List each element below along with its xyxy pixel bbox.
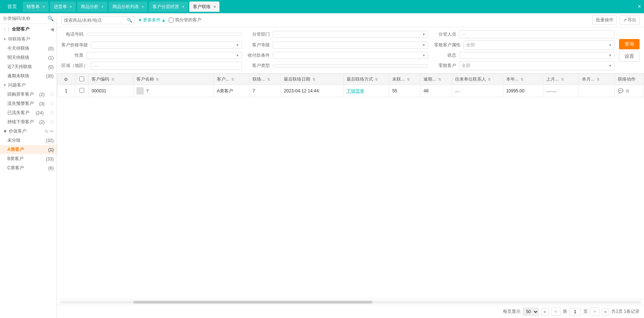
value-group-header[interactable]: ▼ 价值客户 ↻ ✏ bbox=[0, 127, 57, 136]
batch-ops-button[interactable]: 批量操作 bbox=[593, 15, 617, 25]
status-select[interactable]: ▼ bbox=[459, 52, 615, 59]
sidebar-item-7days-pending[interactable]: 近7天待联络 (0) bbox=[0, 62, 57, 71]
chat-icon[interactable]: 💬 bbox=[618, 88, 623, 93]
sidebar-item-a-class[interactable]: A类客户 (1) bbox=[0, 145, 57, 154]
query-button[interactable]: 查询 bbox=[619, 39, 640, 49]
next-page-button[interactable]: ＞ bbox=[590, 307, 600, 316]
edit-icon[interactable]: ✏ bbox=[50, 129, 54, 134]
th-thismonth[interactable]: 本月... ⇅ bbox=[579, 74, 615, 85]
search-icon[interactable]: 🔍 bbox=[127, 18, 132, 23]
search-input[interactable] bbox=[64, 18, 125, 23]
person-input[interactable]: ··· bbox=[459, 30, 615, 38]
th-unitcontact[interactable]: 往来单位联系人 ⇅ bbox=[452, 74, 503, 85]
row-checkbox[interactable] bbox=[79, 88, 84, 93]
prev-page-button[interactable]: ＜ bbox=[551, 307, 561, 316]
home-tab[interactable]: 首页 bbox=[3, 3, 21, 10]
close-icon[interactable]: × bbox=[214, 5, 216, 9]
sidebar-item-churn-warning[interactable]: 流失预警客户 (3) ⓘ bbox=[0, 99, 57, 108]
problem-group-header[interactable]: ▼ 问题客户 bbox=[0, 81, 57, 90]
last-page-button[interactable]: » bbox=[602, 308, 609, 315]
info-icon[interactable]: ⓘ bbox=[50, 101, 54, 106]
sidebar-item-repurchase-abnormal[interactable]: 回购异常客户 (2) ⓘ bbox=[0, 90, 57, 99]
person-label: 分管人员 bbox=[434, 31, 456, 38]
info-icon[interactable]: ⓘ bbox=[50, 120, 54, 125]
close-icon[interactable]: × bbox=[142, 5, 144, 9]
sidebar-item-unclassified[interactable]: 未分组 (32) bbox=[0, 136, 57, 145]
retail-customer-select[interactable]: 全部 ▼ bbox=[459, 61, 615, 70]
item-label: 近7天待联络 bbox=[7, 64, 32, 70]
first-page-button[interactable]: « bbox=[541, 308, 549, 315]
my-customers-checkbox[interactable]: 我分管的客户 bbox=[169, 17, 201, 23]
select-all-checkbox[interactable] bbox=[79, 77, 84, 81]
settings-gear-icon[interactable]: ⚙ bbox=[64, 77, 68, 82]
th-code[interactable]: 客户编码 ⇅ bbox=[89, 74, 133, 85]
refresh-icon[interactable]: ↻ bbox=[45, 129, 49, 134]
problem-group: ▼ 问题客户 回购异常客户 (2) ⓘ 流失预警客户 (3) ⓘ 已流失客户 (… bbox=[0, 81, 57, 127]
sidebar-item-b-class[interactable]: B类客户 (33) bbox=[0, 154, 57, 163]
th-name[interactable]: 客户名称 ⇅ bbox=[133, 74, 214, 85]
grid-action-icon[interactable]: ⊞ bbox=[626, 88, 629, 93]
filter-row-4: 区域（地区） ··· 客户类型 零散客户 bbox=[61, 61, 615, 70]
customer-type-input[interactable] bbox=[273, 64, 428, 67]
price-level-select[interactable]: ▼ bbox=[91, 42, 242, 49]
th-level[interactable]: 客户... ⇅ bbox=[214, 74, 249, 85]
sidebar-item-today-pending[interactable]: 今天待联络 (0) bbox=[0, 44, 57, 53]
nature-select[interactable]: ▼ bbox=[86, 52, 242, 59]
th-nolink[interactable]: 未联... ⇅ bbox=[389, 74, 421, 85]
customer-level-select[interactable]: ▼ bbox=[273, 42, 428, 49]
search-icon[interactable]: 🔍 bbox=[47, 15, 54, 21]
tab-purchase-order[interactable]: 进货单 × bbox=[50, 1, 76, 12]
close-all-icon[interactable]: × bbox=[638, 3, 641, 10]
th-lastmonth[interactable]: 上月... ⇅ bbox=[543, 74, 579, 85]
export-button[interactable]: ↗ 导出 bbox=[620, 15, 640, 25]
tab-product-analysis[interactable]: 商品分析 × bbox=[77, 1, 107, 12]
more-conditions-btn[interactable]: ▼ 更多条件 ▲ bbox=[138, 17, 166, 23]
sort-icon: ⇅ bbox=[561, 77, 564, 81]
scrollbar-thumb[interactable] bbox=[133, 301, 372, 304]
row-code: 000031 bbox=[89, 85, 133, 97]
collapse-icon[interactable]: ◀ bbox=[50, 27, 54, 32]
close-icon[interactable]: × bbox=[182, 5, 184, 9]
phone-input[interactable] bbox=[86, 33, 242, 36]
close-icon[interactable]: × bbox=[70, 5, 72, 9]
tab-sales-order[interactable]: 销售单 × bbox=[23, 1, 49, 12]
retail-attr-select[interactable]: 全部 ▼ bbox=[464, 40, 615, 50]
th-lastway[interactable]: 最后联络方式 ⇅ bbox=[343, 74, 389, 85]
horizontal-scrollbar[interactable] bbox=[60, 301, 641, 304]
problem-group-label: 问题客户 bbox=[8, 82, 26, 88]
nature-filter: 性质 ▼ bbox=[61, 52, 242, 59]
tab-product-analysis-list[interactable]: 商品分析列表 × bbox=[109, 1, 148, 12]
close-icon[interactable]: × bbox=[101, 5, 104, 9]
th-lastdate[interactable]: 最后联络日期 ⇅ bbox=[281, 74, 343, 85]
page-number-input[interactable] bbox=[569, 308, 581, 315]
sidebar-item-overdue-contact[interactable]: 逾期未联络 (30) bbox=[0, 71, 57, 81]
th-overdue[interactable]: 逾期... ⇅ bbox=[421, 74, 452, 85]
sidebar-item-continuous-decline[interactable]: 持续下滑客户 (2) ⓘ bbox=[0, 117, 57, 127]
th-contacts[interactable]: 联络... ⇅ bbox=[250, 74, 281, 85]
arrow-down-icon: ▼ bbox=[3, 83, 7, 87]
my-customers-input[interactable] bbox=[169, 18, 173, 22]
info-icon[interactable]: ⓘ bbox=[50, 92, 54, 97]
tab-customer-segment[interactable]: 客户分层经营 × bbox=[149, 1, 188, 12]
last-way-link[interactable]: 下销货单 bbox=[347, 88, 364, 93]
sidebar-all-customers-header[interactable]: ⋮⋮ 全部客户 ◀ bbox=[0, 24, 57, 35]
export-icon: ↗ bbox=[623, 18, 627, 23]
settings-button[interactable]: 设置 bbox=[619, 51, 640, 62]
sidebar-item-c-class[interactable]: C类客户 (6) bbox=[0, 163, 57, 173]
region-input[interactable]: ··· bbox=[91, 62, 242, 70]
last-month-value bbox=[546, 91, 557, 92]
th-thisyear[interactable]: 本年... ⇅ bbox=[503, 74, 543, 85]
chevron-down-icon: ▼ bbox=[422, 32, 426, 36]
dept-select[interactable]: ▼ bbox=[273, 31, 428, 38]
sidebar-search-input[interactable] bbox=[3, 16, 46, 21]
sidebar-item-tomorrow-pending[interactable]: 明天待联络 (1) bbox=[0, 53, 57, 62]
per-page-select[interactable]: 50 bbox=[523, 308, 539, 316]
pending-group-header[interactable]: ▼ 待联络客户 bbox=[0, 35, 57, 44]
info-icon[interactable]: ⓘ bbox=[50, 110, 54, 116]
close-icon[interactable]: × bbox=[43, 5, 45, 9]
payment-select[interactable]: ▼ bbox=[273, 52, 428, 59]
tab-customer-contact[interactable]: 客户联络 × bbox=[189, 1, 219, 12]
customer-type-filter: 客户类型 bbox=[248, 63, 428, 69]
sidebar-item-churned[interactable]: 已流失客户 (24) ⓘ bbox=[0, 108, 57, 117]
row-num: 1 bbox=[57, 85, 75, 97]
